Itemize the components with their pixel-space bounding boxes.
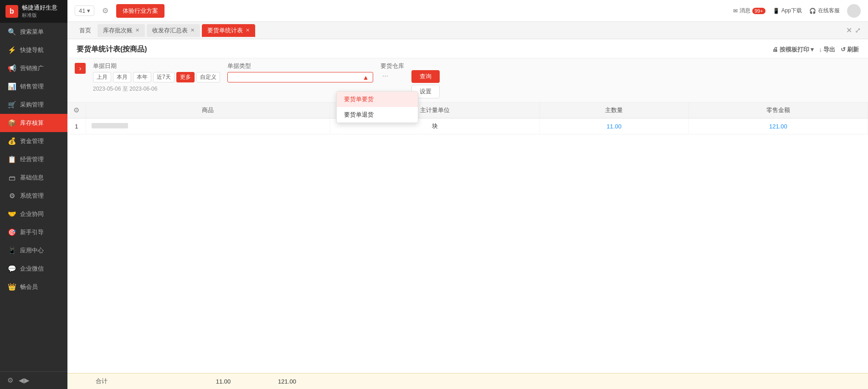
sidebar-item-inventory[interactable]: 📦 库存核算 [0, 114, 67, 132]
messages-button[interactable]: ✉ 消息 99+ [733, 7, 765, 15]
sidebar-item-purchase[interactable]: 🛒 采购管理 [0, 96, 67, 114]
app-download-button[interactable]: 📱 App下载 [773, 7, 802, 15]
date-filter-label: 单据日期 [93, 62, 117, 70]
refresh-button[interactable]: ↺ 刷新 [841, 46, 859, 54]
sidebar-nav: 🔍 搜索菜单 ⚡ 快捷导航 📢 营销推广 📊 销售管理 🛒 采购管理 📦 库存核… [0, 23, 67, 371]
tab-order-summary[interactable]: 要货单统计表 ✕ [202, 24, 255, 37]
date-prev-month-button[interactable]: 上月 [93, 72, 111, 82]
date-filter-buttons: 上月 本月 本年 近7天 更多 自定义 [93, 72, 220, 82]
sidebar-item-label: 新手引导 [20, 228, 44, 236]
industry-button[interactable]: 体验行业方案 [116, 4, 164, 18]
chevron-down-icon: ▾ [87, 7, 90, 14]
sidebar-item-search[interactable]: 🔍 搜索菜单 [0, 23, 67, 41]
dropdown-item-requisition[interactable]: 要货单要货 [337, 92, 418, 107]
amount-link[interactable]: 121.00 [769, 123, 787, 130]
table-header-row: ⚙ 商品 主计量单位 主数量 零售金额 [67, 102, 868, 118]
operations-icon: 📋 [7, 155, 16, 164]
tab-close-icon[interactable]: ✕ [190, 27, 195, 33]
content-area: 要货单统计表(按商品) 🖨 按模板打印 ▾ ↓ 导出 ↺ 刷新 › [67, 39, 868, 389]
logo-icon: b [5, 5, 18, 18]
print-button[interactable]: 🖨 按模板打印 ▾ [772, 46, 814, 54]
avatar[interactable] [847, 4, 861, 18]
sidebar-item-label: 采购管理 [20, 101, 44, 109]
sidebar-item-system[interactable]: ⚙ 系统管理 [0, 187, 67, 205]
tab-bar: 首页 库存批次账 ✕ 收发存汇总表 ✕ 要货单统计表 ✕ ✕ ⤢ [67, 22, 868, 39]
warehouse-more-icon[interactable]: ··· [382, 72, 388, 80]
refresh-icon: ↺ [841, 46, 846, 53]
type-dropdown: 要货单要货 要货单退货 [336, 91, 418, 123]
bottom-icons: ⚙ ◀▶ [7, 376, 30, 384]
filter-bar: › 单据日期 上月 本月 本年 近7天 更多 自定义 2023-05-06 至 … [67, 58, 868, 102]
tab-recv-summary[interactable]: 收发存汇总表 ✕ [147, 24, 200, 37]
query-button[interactable]: 查询 [411, 70, 440, 83]
tab-batch-account[interactable]: 库存批次账 ✕ [98, 24, 145, 37]
tab-close-icon[interactable]: ✕ [135, 27, 139, 33]
filter-expand-button[interactable]: › [75, 63, 86, 74]
quick-nav-icon: ⚡ [7, 46, 16, 55]
date-filter-group: 单据日期 上月 本月 本年 近7天 更多 自定义 2023-05-06 至 20… [93, 62, 220, 93]
footer-label: 合计 [73, 377, 178, 385]
app-center-icon: 📱 [7, 246, 16, 255]
sidebar-item-basic-info[interactable]: 🗃 基础信息 [0, 169, 67, 187]
qty-link[interactable]: 11.00 [606, 123, 621, 130]
tab-close-all-icon[interactable]: ✕ [846, 26, 852, 35]
date-range-text: 2023-05-06 至 2023-06-06 [93, 85, 157, 93]
date-custom-button[interactable]: 自定义 [196, 72, 220, 82]
export-button[interactable]: ↓ 导出 [819, 46, 836, 54]
tab-expand-icon[interactable]: ⤢ [855, 26, 861, 35]
online-service-label: 在线客服 [818, 7, 840, 15]
sidebar-item-label: 经营管理 [20, 155, 44, 164]
dropdown-item-return[interactable]: 要货单退货 [337, 107, 418, 123]
sidebar-item-marketing[interactable]: 📢 营销推广 [0, 59, 67, 77]
product-placeholder [92, 123, 128, 128]
sidebar-item-label: 企业协同 [20, 210, 44, 218]
table-settings-icon[interactable]: ⚙ [73, 106, 79, 114]
sidebar-item-label: 营销推广 [20, 64, 44, 72]
inventory-icon: 📦 [7, 118, 16, 128]
sidebar-item-label: 库存核算 [20, 119, 44, 127]
tab-label: 收发存汇总表 [152, 26, 188, 35]
date-this-year-button[interactable]: 本年 [133, 72, 151, 82]
topbar: 41 ▾ ⚙ 体验行业方案 ✉ 消息 99+ 📱 App下载 🎧 在线客服 [67, 0, 868, 22]
sidebar-item-enterprise[interactable]: 🤝 企业协同 [0, 205, 67, 223]
basic-info-icon: 🗃 [7, 173, 16, 182]
date-this-month-button[interactable]: 本月 [113, 72, 131, 82]
settings-bottom-icon[interactable]: ⚙ [7, 376, 13, 384]
date-7days-button[interactable]: 近7天 [153, 72, 175, 82]
enterprise-icon: 🤝 [7, 210, 16, 219]
collapse-icon[interactable]: ◀▶ [19, 376, 30, 384]
sidebar-item-quick-nav[interactable]: ⚡ 快捷导航 [0, 41, 67, 59]
sidebar-item-enterprise-wechat[interactable]: 💬 企业微信 [0, 260, 67, 278]
sidebar: b 畅捷通好生意 标准版 🔍 搜索菜单 ⚡ 快捷导航 📢 营销推广 📊 销售管理… [0, 0, 67, 389]
sidebar-item-operations[interactable]: 📋 经营管理 [0, 150, 67, 169]
sidebar-item-label: 企业微信 [20, 265, 44, 273]
sidebar-item-member[interactable]: 👑 畅会员 [0, 278, 67, 296]
col-settings: ⚙ [67, 102, 86, 118]
sidebar-item-app-center[interactable]: 📱 应用中心 [0, 241, 67, 260]
type-filter-input[interactable] [228, 72, 359, 82]
sidebar-item-label: 基础信息 [20, 174, 44, 182]
tab-home[interactable]: 首页 [75, 24, 96, 37]
type-filter-input-wrap[interactable]: ▲ [227, 72, 373, 82]
sales-icon: 📊 [7, 82, 16, 91]
topbar-settings-icon[interactable]: ⚙ [99, 5, 112, 17]
table-wrap: ⚙ 商品 主计量单位 主数量 零售金额 1 块 [67, 102, 868, 373]
sidebar-item-label: 系统管理 [20, 192, 44, 200]
tab-close-icon[interactable]: ✕ [246, 27, 250, 33]
date-more-button[interactable]: 更多 [176, 72, 195, 82]
search-icon: 🔍 [7, 27, 16, 36]
company-selector[interactable]: 41 ▾ [75, 5, 94, 16]
col-qty: 主数量 [539, 102, 688, 118]
logo-sub: 标准版 [22, 12, 57, 18]
main-area: 41 ▾ ⚙ 体验行业方案 ✉ 消息 99+ 📱 App下载 🎧 在线客服 [67, 0, 868, 389]
type-filter-chevron-icon[interactable]: ▲ [359, 74, 373, 81]
app-download-icon: 📱 [773, 8, 780, 14]
purchase-icon: 🛒 [7, 100, 16, 109]
page-header: 要货单统计表(按商品) 🖨 按模板打印 ▾ ↓ 导出 ↺ 刷新 [67, 39, 868, 58]
sidebar-item-onboarding[interactable]: 🎯 新手引导 [0, 223, 67, 241]
sidebar-item-label: 销售管理 [20, 82, 44, 91]
sidebar-item-finance[interactable]: 💰 资金管理 [0, 132, 67, 150]
online-service-button[interactable]: 🎧 在线客服 [809, 7, 840, 15]
chevron-down-icon: ▾ [811, 46, 814, 53]
sidebar-item-sales[interactable]: 📊 销售管理 [0, 77, 67, 96]
